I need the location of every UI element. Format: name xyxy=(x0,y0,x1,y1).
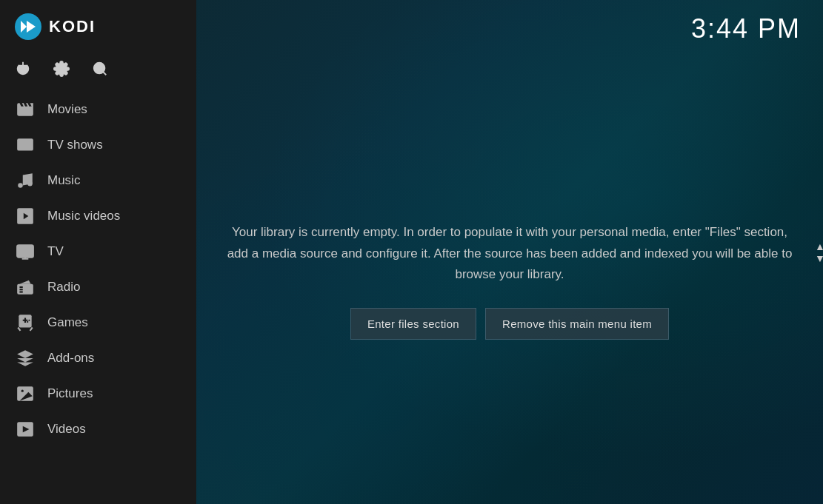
svg-point-18 xyxy=(27,321,28,323)
clock: 3:44 PM xyxy=(691,13,801,44)
videos-label: Videos xyxy=(47,422,86,437)
games-icon xyxy=(15,312,36,333)
sidebar-item-musicvideos[interactable]: Music videos xyxy=(0,198,196,234)
sidebar-item-games[interactable]: Games xyxy=(0,305,196,340)
scroll-indicator: ▲ ▼ xyxy=(817,241,823,263)
sidebar-action-icons xyxy=(0,53,196,92)
content-area: Your library is currently empty. In orde… xyxy=(196,58,823,504)
action-buttons: Enter files section Remove this main men… xyxy=(350,308,669,340)
svg-point-4 xyxy=(94,63,105,74)
tvshows-label: TV shows xyxy=(47,138,103,152)
library-empty-message: Your library is currently empty. In orde… xyxy=(226,222,793,286)
videos-icon xyxy=(15,419,36,440)
power-button[interactable] xyxy=(15,61,31,77)
svg-point-17 xyxy=(28,320,30,321)
svg-point-8 xyxy=(27,181,33,187)
tvshows-icon xyxy=(15,135,36,155)
sidebar-item-radio[interactable]: Radio xyxy=(0,269,196,305)
app-title: KODI xyxy=(49,17,96,36)
sidebar-item-videos[interactable]: Videos xyxy=(0,411,196,447)
scroll-down-icon: ▼ xyxy=(815,253,823,263)
pictures-icon xyxy=(15,383,36,404)
remove-menu-item-button[interactable]: Remove this main menu item xyxy=(485,308,669,340)
tv-icon xyxy=(15,241,36,262)
sidebar: KODI Movies xyxy=(0,0,196,504)
games-label: Games xyxy=(47,315,88,330)
tv-label: TV xyxy=(47,244,64,259)
svg-point-7 xyxy=(18,183,23,188)
scroll-up-icon: ▲ xyxy=(815,241,823,252)
radio-icon xyxy=(15,277,36,298)
movies-icon xyxy=(15,99,36,120)
pictures-label: Pictures xyxy=(47,386,93,401)
addons-label: Add-ons xyxy=(47,351,94,366)
addons-icon xyxy=(15,348,36,369)
radio-label: Radio xyxy=(47,280,80,295)
enter-files-button[interactable]: Enter files section xyxy=(350,308,476,340)
topbar: 3:44 PM xyxy=(196,0,823,58)
sidebar-header: KODI xyxy=(0,0,196,53)
svg-line-5 xyxy=(103,72,106,75)
search-button[interactable] xyxy=(92,61,108,77)
main-content: 3:44 PM Your library is currently empty.… xyxy=(196,0,823,504)
kodi-logo-icon xyxy=(15,13,41,40)
sidebar-item-tv[interactable]: TV xyxy=(0,234,196,269)
svg-point-20 xyxy=(21,390,24,392)
music-icon xyxy=(15,170,36,191)
sidebar-item-movies[interactable]: Movies xyxy=(0,92,196,127)
sidebar-item-tvshows[interactable]: TV shows xyxy=(0,127,196,163)
sidebar-item-music[interactable]: Music xyxy=(0,163,196,198)
svg-rect-11 xyxy=(17,245,33,257)
sidebar-nav: Movies TV shows Music xyxy=(0,92,196,447)
musicvideos-label: Music videos xyxy=(47,209,120,224)
svg-point-13 xyxy=(27,287,31,291)
svg-rect-6 xyxy=(17,138,33,150)
sidebar-item-addons[interactable]: Add-ons xyxy=(0,340,196,376)
sidebar-item-pictures[interactable]: Pictures xyxy=(0,376,196,411)
settings-button[interactable] xyxy=(53,61,70,77)
music-label: Music xyxy=(47,173,80,188)
movies-label: Movies xyxy=(47,102,87,117)
musicvideos-icon xyxy=(15,206,36,226)
